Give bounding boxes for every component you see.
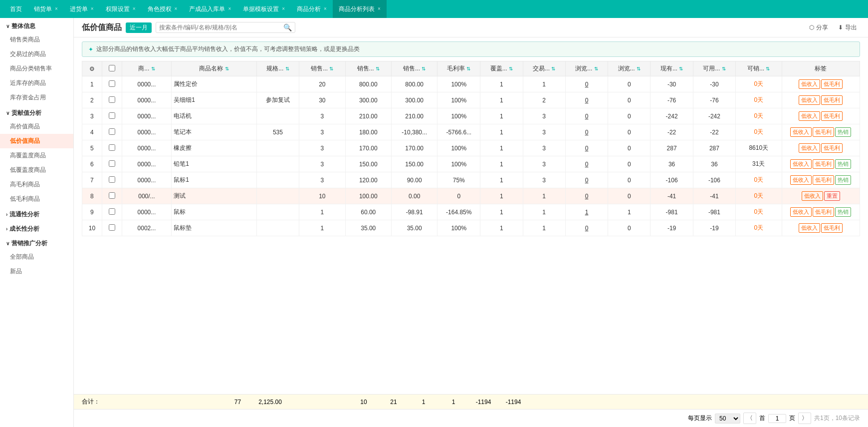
row-browse1[interactable]: 0: [565, 92, 608, 108]
close-icon[interactable]: ×: [378, 0, 381, 18]
sidebar-item-near-stock[interactable]: 近库存的商品: [0, 76, 73, 90]
col-gear[interactable]: ⚙: [82, 61, 102, 76]
col-sales-amount[interactable]: 销售... ⇅: [391, 61, 437, 76]
row-browse1[interactable]: 0: [565, 108, 608, 124]
row-checkbox[interactable]: [102, 188, 122, 204]
sidebar-group-contribution[interactable]: ∨ 贡献值分析: [0, 105, 73, 119]
row-browse1[interactable]: 0: [565, 124, 608, 140]
sidebar-item-sales-products[interactable]: 销售类商品: [0, 32, 73, 47]
share-button[interactable]: ⬡ 分享: [806, 22, 831, 33]
row-checkbox[interactable]: [102, 204, 122, 220]
row-checkbox[interactable]: [102, 140, 122, 156]
row-browse1[interactable]: 0: [565, 140, 608, 156]
row-select-checkbox[interactable]: [109, 208, 115, 215]
close-icon[interactable]: ×: [175, 0, 178, 18]
close-icon[interactable]: ×: [133, 0, 136, 18]
export-button[interactable]: ⬇ 导出: [835, 22, 860, 33]
table-row[interactable]: 5 0000... 橡皮擦 3 170.00 170.00 100% 1 3 0…: [82, 140, 860, 156]
nav-item-role[interactable]: 角色授权 ×: [142, 0, 184, 18]
row-checkbox[interactable]: [102, 76, 122, 92]
row-select-checkbox[interactable]: [109, 80, 115, 87]
row-select-checkbox[interactable]: [109, 192, 115, 199]
sidebar-item-low-coverage[interactable]: 低覆盖度商品: [0, 163, 73, 177]
row-browse1[interactable]: 0: [565, 220, 608, 236]
close-icon[interactable]: ×: [228, 0, 231, 18]
row-checkbox[interactable]: [102, 220, 122, 236]
sidebar-item-stock-fund[interactable]: 库存资金占用: [0, 90, 73, 105]
col-code[interactable]: 商... ⇅: [122, 61, 172, 76]
row-checkbox[interactable]: [102, 92, 122, 108]
row-browse1[interactable]: 0: [565, 172, 608, 188]
nav-item-analysis-list[interactable]: 商品分析列表 ×: [333, 0, 387, 18]
table-row[interactable]: 2 0000... 吴细细1 参加复试 30 300.00 300.00 100…: [82, 92, 860, 108]
sidebar-item-traded[interactable]: 交易过的商品: [0, 47, 73, 61]
prev-page-button[interactable]: 〈: [743, 413, 756, 424]
row-select-checkbox[interactable]: [109, 128, 115, 135]
col-spec[interactable]: 规格... ⇅: [256, 61, 299, 76]
sidebar-item-low-value[interactable]: 低价值商品: [0, 134, 73, 148]
row-browse1[interactable]: 0: [565, 188, 608, 204]
sidebar-item-category-rate[interactable]: 商品分类销售率: [0, 61, 73, 76]
nav-item-analysis[interactable]: 商品分析 ×: [291, 0, 333, 18]
table-row[interactable]: 4 0000... 笔记本 535 3 180.00 -10,380... -5…: [82, 124, 860, 140]
nav-item-permission[interactable]: 权限设置 ×: [100, 0, 142, 18]
row-select-checkbox[interactable]: [109, 160, 115, 167]
nav-item-inbound[interactable]: 产成品入库单 ×: [183, 0, 237, 18]
col-sales-qty[interactable]: 销售... ⇅: [299, 61, 345, 76]
search-icon[interactable]: 🔍: [283, 23, 292, 31]
col-check[interactable]: [102, 61, 122, 76]
page-number-input[interactable]: [768, 414, 786, 423]
sidebar-item-all-products[interactable]: 全部商品: [0, 250, 73, 264]
col-browse1[interactable]: 浏览... ⇅: [565, 61, 608, 76]
table-row[interactable]: 7 0000... 鼠标1 3 120.00 90.00 75% 1 3 0 0…: [82, 172, 860, 188]
row-checkbox[interactable]: [102, 172, 122, 188]
table-row[interactable]: 6 0000... 铅笔1 3 150.00 150.00 100% 1 3 0…: [82, 156, 860, 172]
col-name[interactable]: 商品名称 ⇅: [172, 61, 257, 76]
table-row[interactable]: 1 0000... 属性定价 20 800.00 800.00 100% 1 1…: [82, 76, 860, 92]
nav-item-purchase[interactable]: 进货单 ×: [64, 0, 100, 18]
row-checkbox[interactable]: [102, 124, 122, 140]
row-select-checkbox[interactable]: [109, 96, 115, 103]
nav-item-home[interactable]: 首页: [4, 0, 28, 18]
row-browse1[interactable]: 0: [565, 156, 608, 172]
sidebar-group-growth[interactable]: › 成长性分析: [0, 221, 73, 235]
table-row[interactable]: 9 0000... 鼠标 1 60.00 -98.91 -164.85% 1 1…: [82, 204, 860, 220]
table-row[interactable]: 8 000/... 测试 10 100.00 0.00 0 1 1 0 0 -4…: [82, 188, 860, 204]
nav-item-sales[interactable]: 销货单 ×: [28, 0, 64, 18]
row-browse1[interactable]: 1: [565, 204, 608, 220]
nav-item-template[interactable]: 单据模板设置 ×: [237, 0, 291, 18]
row-browse1[interactable]: 0: [565, 76, 608, 92]
sidebar-item-new-products[interactable]: 新品: [0, 264, 73, 279]
search-input[interactable]: [159, 24, 281, 31]
col-coverage[interactable]: 覆盖... ⇅: [480, 61, 523, 76]
sidebar-item-low-margin[interactable]: 低毛利商品: [0, 192, 73, 206]
close-icon[interactable]: ×: [324, 0, 327, 18]
close-icon[interactable]: ×: [55, 0, 58, 18]
sidebar-group-overview[interactable]: ∨ 整体信息: [0, 18, 73, 32]
row-select-checkbox[interactable]: [109, 112, 115, 119]
next-page-button[interactable]: 〉: [798, 413, 811, 424]
sidebar-group-marketing[interactable]: ∨ 营销推广分析: [0, 235, 73, 250]
col-current-stock[interactable]: 现有... ⇅: [651, 61, 693, 76]
row-select-checkbox[interactable]: [109, 224, 115, 231]
col-trade[interactable]: 交易... ⇅: [523, 61, 565, 76]
table-row[interactable]: 10 0002... 鼠标垫 1 35.00 35.00 100% 1 1 0 …: [82, 220, 860, 236]
row-select-checkbox[interactable]: [109, 176, 115, 183]
col-sellable[interactable]: 可销... ⇅: [736, 61, 782, 76]
col-browse2[interactable]: 浏览... ⇅: [608, 61, 651, 76]
select-all-checkbox[interactable]: [109, 65, 115, 71]
period-button[interactable]: 近一月: [126, 22, 152, 33]
sidebar-item-high-value[interactable]: 高价值商品: [0, 119, 73, 134]
close-icon[interactable]: ×: [282, 0, 285, 18]
per-page-select[interactable]: 50 100 200: [715, 414, 740, 424]
row-select-checkbox[interactable]: [109, 144, 115, 151]
close-icon[interactable]: ×: [91, 0, 94, 18]
sidebar-item-high-coverage[interactable]: 高覆盖度商品: [0, 148, 73, 163]
row-checkbox[interactable]: [102, 156, 122, 172]
col-available[interactable]: 可用... ⇅: [693, 61, 735, 76]
sidebar-group-circulation[interactable]: › 流通性分析: [0, 206, 73, 221]
col-gross-margin[interactable]: 毛利率 ⇅: [437, 61, 480, 76]
row-checkbox[interactable]: [102, 108, 122, 124]
table-row[interactable]: 3 0000... 电话机 3 210.00 210.00 100% 1 3 0…: [82, 108, 860, 124]
col-sales-price[interactable]: 销售... ⇅: [345, 61, 391, 76]
